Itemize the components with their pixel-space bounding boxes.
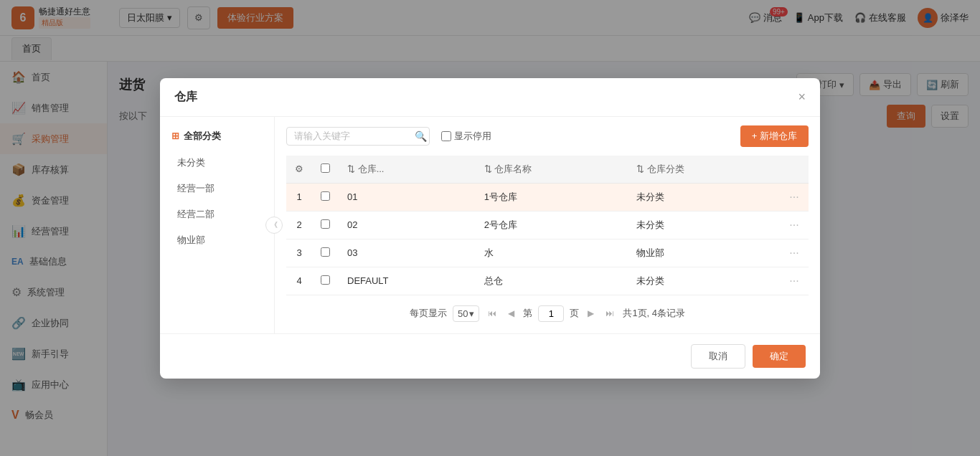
row-num: 1	[286, 183, 312, 211]
row-num: 3	[286, 239, 312, 267]
search-icon[interactable]: 🔍	[415, 130, 427, 142]
row-category: 未分类	[628, 267, 780, 295]
cat-item-property[interactable]: 物业部	[160, 227, 274, 253]
category-header-label: 全部分类	[184, 130, 221, 143]
row-num: 2	[286, 211, 312, 239]
table-toolbar: 🔍 显示停用 + 新增仓库	[286, 125, 809, 147]
row-num: 4	[286, 267, 312, 295]
modal-overlay: 仓库 × ⊞ 全部分类 未分类 经营一部 经营二部	[0, 0, 980, 456]
th-checkbox	[312, 156, 339, 184]
cancel-button[interactable]: 取消	[691, 344, 745, 369]
row-category: 未分类	[628, 183, 780, 211]
modal-title: 仓库	[174, 90, 197, 105]
th-code-label: 仓库...	[358, 163, 385, 174]
cat-dept2-label: 经营二部	[177, 209, 215, 219]
row-more[interactable]: ···	[780, 267, 809, 295]
table-row[interactable]: 3 03 水 物业部 ···	[286, 239, 809, 267]
search-input[interactable]	[294, 130, 415, 141]
modal-body: ⊞ 全部分类 未分类 经营一部 经营二部 物业部 《	[160, 117, 820, 333]
settings-icon: ⚙	[295, 163, 303, 174]
more-icon: ···	[789, 191, 798, 203]
next-page-button[interactable]: ▶	[585, 307, 597, 320]
row-checkbox	[312, 211, 339, 239]
cat-item-dept2[interactable]: 经营二部	[160, 201, 274, 227]
row-checkbox	[312, 267, 339, 295]
th-code: ⇅ 仓库...	[339, 156, 476, 184]
cat-item-dept1[interactable]: 经营一部	[160, 176, 274, 201]
pagination: 每页显示 50 ▾ ⏮ ◀ 第 页 ▶ ⏭ 共1页, 4条记录	[286, 295, 809, 325]
row-code: 03	[339, 239, 476, 267]
row-name: 总仓	[476, 267, 628, 295]
row-code: DEFAULT	[339, 267, 476, 295]
cat-dept1-label: 经营一部	[177, 183, 215, 194]
page-number-input[interactable]	[538, 305, 564, 322]
table-area: 🔍 显示停用 + 新增仓库 ⚙	[275, 117, 820, 333]
modal-close-button[interactable]: ×	[798, 90, 806, 105]
th-name-sort-icon: ⇅	[484, 163, 492, 174]
table-row[interactable]: 1 01 1号仓库 未分类 ···	[286, 183, 809, 211]
confirm-button[interactable]: 确定	[753, 345, 806, 368]
category-collapse-button[interactable]: 《	[265, 217, 283, 234]
th-category: ⇅ 仓库分类	[628, 156, 780, 184]
row-name: 水	[476, 239, 628, 267]
first-page-button[interactable]: ⏮	[485, 307, 499, 320]
show-disabled-checkbox[interactable]	[441, 131, 451, 141]
row-3-checkbox[interactable]	[321, 247, 330, 257]
table-row[interactable]: 2 02 2号仓库 未分类 ···	[286, 211, 809, 239]
row-2-checkbox[interactable]	[321, 219, 330, 229]
th-category-label: 仓库分类	[647, 163, 684, 174]
add-warehouse-button[interactable]: + 新增仓库	[740, 125, 809, 147]
warehouse-table: ⚙ ⇅ 仓库... ⇅ 仓库名称	[286, 156, 809, 295]
modal-header: 仓库 ×	[160, 78, 820, 117]
cat-uncategorized-label: 未分类	[177, 157, 205, 168]
row-name: 1号仓库	[476, 183, 628, 211]
row-checkbox	[312, 239, 339, 267]
search-box: 🔍	[286, 127, 430, 146]
row-more[interactable]: ···	[780, 239, 809, 267]
th-name-label: 仓库名称	[494, 163, 532, 174]
th-settings: ⚙	[286, 156, 312, 184]
row-category: 未分类	[628, 211, 780, 239]
cat-item-uncategorized[interactable]: 未分类	[160, 150, 274, 176]
last-page-button[interactable]: ⏭	[603, 307, 617, 320]
per-page-select[interactable]: 50 ▾	[453, 305, 479, 322]
row-more[interactable]: ···	[780, 211, 809, 239]
more-icon: ···	[789, 247, 798, 259]
show-disabled-area: 显示停用	[441, 130, 491, 143]
table-header-row: ⚙ ⇅ 仓库... ⇅ 仓库名称	[286, 156, 809, 184]
modal-footer: 取消 确定	[160, 333, 820, 379]
grid-icon: ⊞	[171, 130, 179, 141]
total-info: 共1页, 4条记录	[623, 307, 685, 320]
per-page-chevron: ▾	[469, 308, 474, 319]
more-icon: ···	[789, 275, 798, 287]
cat-property-label: 物业部	[177, 234, 205, 245]
more-icon: ···	[789, 219, 798, 231]
row-checkbox	[312, 183, 339, 211]
th-name: ⇅ 仓库名称	[476, 156, 628, 184]
row-code: 02	[339, 211, 476, 239]
category-sidebar: ⊞ 全部分类 未分类 经营一部 经营二部 物业部 《	[160, 117, 275, 333]
page-word: 第	[523, 307, 532, 320]
row-category: 物业部	[628, 239, 780, 267]
table-row[interactable]: 4 DEFAULT 总仓 未分类 ···	[286, 267, 809, 295]
row-code: 01	[339, 183, 476, 211]
row-4-checkbox[interactable]	[321, 275, 330, 285]
th-cat-sort-icon: ⇅	[636, 163, 644, 174]
row-more[interactable]: ···	[780, 183, 809, 211]
sort-icon: ⇅	[347, 163, 355, 174]
row-1-checkbox[interactable]	[321, 191, 330, 201]
select-all-checkbox[interactable]	[321, 163, 330, 173]
prev-page-button[interactable]: ◀	[505, 307, 517, 320]
page-unit: 页	[570, 307, 579, 320]
warehouse-modal: 仓库 × ⊞ 全部分类 未分类 经营一部 经营二部	[160, 78, 820, 379]
show-disabled-label: 显示停用	[454, 130, 491, 143]
row-name: 2号仓库	[476, 211, 628, 239]
th-actions	[780, 156, 809, 184]
per-page-label: 每页显示	[410, 307, 447, 320]
per-page-value: 50	[458, 308, 468, 319]
table-body: 1 01 1号仓库 未分类 ··· 2 02 2号仓库 未分类	[286, 183, 809, 295]
category-header: ⊞ 全部分类	[160, 123, 274, 150]
